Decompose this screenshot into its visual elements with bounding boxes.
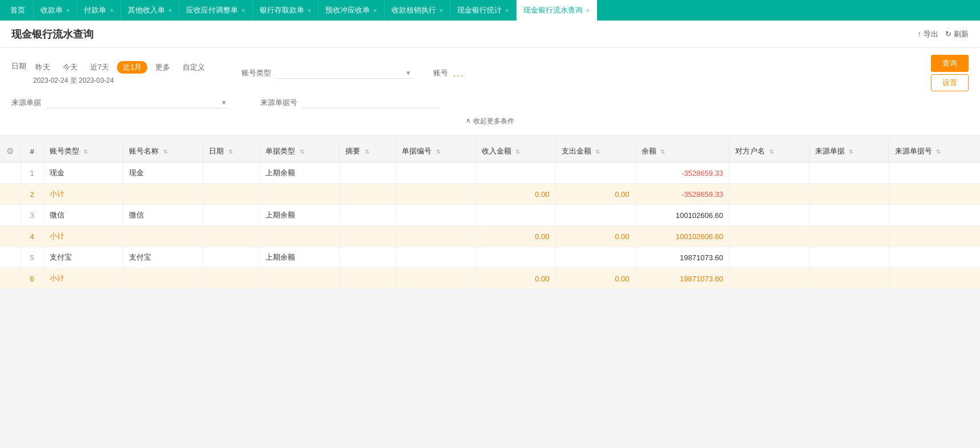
cell-doc-type: 上期余额 bbox=[260, 163, 340, 184]
col-settings[interactable]: ⚙ bbox=[0, 140, 21, 163]
col-balance[interactable]: 余额 ⇅ bbox=[635, 140, 729, 163]
nav-item-4[interactable]: 银行存取款单 × bbox=[253, 0, 318, 21]
col-summary[interactable]: 摘要 ⇅ bbox=[340, 140, 396, 163]
cell-source-doc-no bbox=[889, 247, 980, 268]
cell-summary bbox=[340, 226, 396, 247]
nav-label-8: 现金银行流水查询 bbox=[523, 5, 583, 15]
cell-source-doc bbox=[809, 184, 889, 205]
cell-settings bbox=[0, 226, 21, 247]
nav-item-5[interactable]: 预收冲应收单 × bbox=[318, 0, 384, 21]
col-source-doc[interactable]: 来源单据 ⇅ bbox=[809, 140, 889, 163]
col-expense[interactable]: 支出金额 ⇅ bbox=[555, 140, 635, 163]
col-doc-no[interactable]: 单据编号 ⇅ bbox=[396, 140, 475, 163]
nav-close-4[interactable]: × bbox=[308, 7, 311, 14]
cell-summary bbox=[340, 163, 396, 184]
cell-balance: 100102606.60 bbox=[635, 226, 729, 247]
col-doc-type[interactable]: 单据类型 ⇅ bbox=[260, 140, 340, 163]
col-account-type[interactable]: 账号类型 ⇅ bbox=[43, 140, 123, 163]
table-row: 4 小计 0.00 0.00 100102606.60 bbox=[0, 226, 980, 247]
filter-row-1: 日期 昨天 今天 近7天 近1月 更多 自定义 2023-02-24 至 202… bbox=[11, 55, 969, 91]
col-source-doc-no[interactable]: 来源单据号 ⇅ bbox=[889, 140, 980, 163]
col-account-name[interactable]: 账号名称 ⇅ bbox=[123, 140, 203, 163]
cell-source-doc-no bbox=[889, 268, 980, 289]
nav-close-8[interactable]: × bbox=[586, 7, 590, 14]
nav-item-8[interactable]: 现金银行流水查询 × bbox=[517, 0, 597, 21]
cell-account-name bbox=[123, 268, 203, 289]
cell-doc-type: 上期余额 bbox=[260, 247, 340, 268]
query-button[interactable]: 查询 bbox=[931, 55, 969, 72]
date-last1month[interactable]: 近1月 bbox=[117, 61, 147, 74]
sort-icon-doc-type: ⇅ bbox=[300, 148, 304, 155]
nav-item-3[interactable]: 应收应付调整单 × bbox=[179, 0, 252, 21]
col-income[interactable]: 收入金额 ⇅ bbox=[475, 140, 555, 163]
cell-settings bbox=[0, 184, 21, 205]
sort-icon-doc-no: ⇅ bbox=[436, 148, 441, 155]
account-dots-button[interactable]: ... bbox=[453, 67, 465, 79]
cell-date bbox=[203, 205, 260, 226]
cell-account-name: 微信 bbox=[123, 205, 203, 226]
nav-close-6[interactable]: × bbox=[439, 7, 443, 14]
nav-item-2[interactable]: 其他收入单 × bbox=[121, 0, 179, 21]
cell-source-doc bbox=[809, 247, 889, 268]
gear-icon[interactable]: ⚙ bbox=[6, 146, 14, 156]
nav-item-6[interactable]: 收款核销执行 × bbox=[385, 0, 450, 21]
cell-doc-type bbox=[260, 268, 340, 289]
filter-row-2: 来源单据 ▾ 来源单据号 bbox=[11, 97, 969, 108]
sort-icon-account-name: ⇅ bbox=[163, 148, 168, 155]
cell-settings bbox=[0, 205, 21, 226]
nav-home[interactable]: 首页 bbox=[2, 0, 34, 21]
cell-account-type: 小计 bbox=[43, 184, 123, 205]
source-doc-num-label: 来源单据号 bbox=[260, 98, 297, 108]
col-counterpart[interactable]: 对方户名 ⇅ bbox=[729, 140, 809, 163]
nav-close-0[interactable]: × bbox=[66, 7, 70, 14]
cell-balance: 19871073.60 bbox=[635, 247, 729, 268]
col-date[interactable]: 日期 ⇅ bbox=[203, 140, 260, 163]
account-type-dropdown-icon: ▾ bbox=[406, 68, 410, 77]
nav-close-5[interactable]: × bbox=[373, 7, 377, 14]
export-label: 导出 bbox=[923, 29, 938, 39]
cell-source-doc-no bbox=[889, 184, 980, 205]
cell-account-type: 支付宝 bbox=[43, 247, 123, 268]
cell-counterpart bbox=[729, 163, 809, 184]
cell-source-doc bbox=[809, 163, 889, 184]
nav-label-6: 收款核销执行 bbox=[392, 5, 436, 15]
cell-source-doc bbox=[809, 226, 889, 247]
nav-close-7[interactable]: × bbox=[505, 7, 509, 14]
account-type-select[interactable]: ▾ bbox=[276, 67, 413, 79]
cell-balance: 100102606.60 bbox=[635, 205, 729, 226]
cell-num: 5 bbox=[21, 247, 43, 268]
account-label: 账号 bbox=[433, 68, 448, 78]
cell-balance: 19871073.60 bbox=[635, 268, 729, 289]
source-doc-num-input[interactable] bbox=[302, 97, 439, 108]
date-last7[interactable]: 近7天 bbox=[86, 61, 114, 74]
export-button[interactable]: ↑ 导出 bbox=[918, 29, 939, 39]
col-num: # bbox=[21, 140, 43, 163]
nav-item-0[interactable]: 收款单 × bbox=[34, 0, 77, 21]
table-container: ⚙ # 账号类型 ⇅ 账号名称 ⇅ 日期 ⇅ 单据类型 ⇅ bbox=[0, 140, 980, 289]
date-today[interactable]: 今天 bbox=[58, 61, 82, 74]
nav-close-3[interactable]: × bbox=[241, 7, 245, 14]
collapse-label: 收起更多条件 bbox=[473, 116, 514, 126]
date-custom[interactable]: 自定义 bbox=[178, 61, 209, 74]
table-row: 5 支付宝 支付宝 上期余额 19871073.60 bbox=[0, 247, 980, 268]
nav-home-label: 首页 bbox=[10, 5, 25, 15]
cell-income bbox=[475, 163, 555, 184]
nav-close-1[interactable]: × bbox=[110, 7, 113, 14]
cell-balance: -3528659.33 bbox=[635, 184, 729, 205]
nav-label-1: 付款单 bbox=[84, 5, 106, 15]
cell-expense: 0.00 bbox=[555, 184, 635, 205]
refresh-button[interactable]: ↻ 刷新 bbox=[945, 29, 969, 39]
collapse-row[interactable]: ∧ 收起更多条件 bbox=[11, 114, 969, 128]
cell-income: 0.00 bbox=[475, 226, 555, 247]
cell-expense bbox=[555, 163, 635, 184]
nav-label-3: 应收应付调整单 bbox=[186, 5, 238, 15]
date-yesterday[interactable]: 昨天 bbox=[31, 61, 55, 74]
nav-close-2[interactable]: × bbox=[168, 7, 172, 14]
sort-icon-counterpart: ⇅ bbox=[769, 148, 774, 155]
date-more[interactable]: 更多 bbox=[151, 61, 175, 74]
settings-button[interactable]: 设置 bbox=[931, 74, 969, 91]
source-doc-select[interactable]: ▾ bbox=[46, 97, 228, 108]
cell-date bbox=[203, 226, 260, 247]
nav-item-7[interactable]: 现金银行统计 × bbox=[450, 0, 516, 21]
nav-item-1[interactable]: 付款单 × bbox=[77, 0, 120, 21]
